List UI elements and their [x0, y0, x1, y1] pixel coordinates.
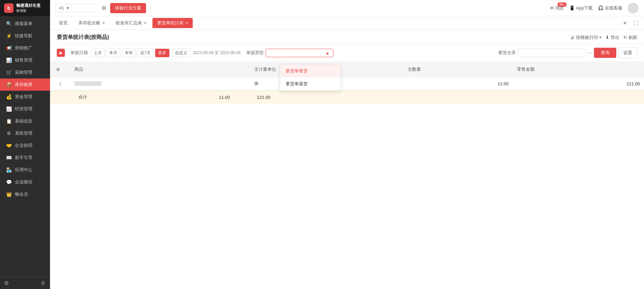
sidebar-item-label: 应用中心: [15, 167, 32, 173]
filter-query-btn[interactable]: 查询: [594, 48, 616, 58]
sidebar-item-label: 搜索菜单: [15, 21, 32, 27]
basic-icon: 📋: [5, 118, 12, 124]
sidebar-item-label: 经营管理: [15, 106, 32, 112]
tab-close-icon[interactable]: ×: [144, 21, 146, 25]
headset-icon: 🎧: [598, 5, 603, 10]
filter-warehouse-input[interactable]: [518, 49, 586, 57]
sidebar-item-basic[interactable]: 📋 基础信息: [0, 115, 50, 127]
tab-close-all-btn[interactable]: ✕: [621, 19, 629, 27]
export-btn[interactable]: ⬇ 导出: [605, 35, 619, 41]
row-quantity: 11.00: [404, 77, 512, 90]
filter-expand-btn[interactable]: ▶: [57, 49, 65, 57]
filter-date-label: 单据日期: [70, 50, 88, 56]
filter-type-label: 单据类型: [246, 50, 264, 56]
tab-home[interactable]: 首页: [54, 18, 72, 28]
product-name-cell: [74, 81, 246, 86]
filter-this-year-btn[interactable]: 本年: [122, 49, 136, 57]
filter-type-value: [269, 50, 271, 55]
quicknav-icon: ⚡: [5, 33, 12, 39]
tab-maximize-btn[interactable]: ⛶: [632, 19, 640, 27]
sidebar-item-collab[interactable]: 🤝 企业协同: [0, 139, 50, 152]
table-footer: 合计 11.00 121.00: [50, 90, 644, 104]
online-service-label: 在线客服: [605, 5, 622, 11]
sidebar-item-purchase[interactable]: 🛒 采购管理: [0, 66, 50, 79]
sidebar-item-label: 采购管理: [15, 69, 32, 75]
topbar-settings-icon[interactable]: ⚙: [101, 5, 106, 11]
user-avatar[interactable]: [628, 3, 639, 14]
print-label: 按模板打印: [576, 35, 598, 41]
tab-close-icon[interactable]: ×: [186, 21, 188, 25]
marketing-icon: 📢: [5, 45, 12, 51]
sidebar: b 畅捷通好生意 标准版 🔍 搜索菜单 ⚡ 快捷导航 📢 营销推广 📊 销售管理…: [0, 0, 50, 289]
messages-btn[interactable]: ✉ 消息 99+: [550, 5, 564, 11]
tab-order-stats[interactable]: 要货单统计表 ×: [152, 18, 193, 28]
refresh-btn[interactable]: ↻ 刷新: [623, 35, 637, 41]
filter-this-month-btn[interactable]: 本月: [106, 49, 120, 57]
sidebar-item-label: 营销推广: [15, 45, 32, 51]
refresh-label: 刷新: [628, 35, 637, 41]
tabs-actions: ✕ ⛶: [621, 19, 640, 27]
footer-label: 合计: [74, 94, 149, 100]
sidebar-nav: 🔍 搜索菜单 ⚡ 快捷导航 📢 营销推广 📊 销售管理 🛒 采购管理 📦 库存核…: [0, 16, 50, 277]
topbar-left: 41 ▾ ⚙ 体验行业方案: [55, 3, 146, 13]
filter-warehouse-label: 要货仓库: [498, 50, 516, 56]
settings-gear-icon[interactable]: ⚙: [4, 280, 9, 286]
sidebar-item-sales[interactable]: 📊 销售管理: [0, 54, 50, 66]
sidebar-item-ops[interactable]: 📈 经营管理: [0, 103, 50, 115]
filter-settings-btn[interactable]: 设置: [618, 47, 637, 58]
filter-type-select[interactable]: ▲: [266, 49, 333, 57]
sidebar-collapse-icon[interactable]: ⊪: [41, 280, 46, 286]
vip-icon: 👑: [5, 192, 12, 197]
print-icon: 🖨: [570, 35, 575, 40]
col-quantity: 主数量: [404, 62, 512, 77]
tab-inventory-batch[interactable]: 库存批次账 ×: [74, 18, 110, 28]
sidebar-item-search[interactable]: 🔍 搜索菜单: [0, 18, 50, 30]
message-icon: ✉: [550, 5, 554, 10]
sidebar-item-inventory[interactable]: 📦 库存核算: [0, 79, 50, 91]
tab-label: 收发存汇总表: [116, 20, 142, 26]
app-logo: b 畅捷通好生意 标准版: [0, 0, 50, 16]
filter-last-month-btn[interactable]: 上月: [91, 49, 105, 57]
filter-date-range: 2023-05-06 至 2023-06-06: [193, 50, 241, 56]
dropdown-item-order[interactable]: 要货单要货: [280, 65, 340, 77]
filter-7days-btn[interactable]: 近7天: [137, 49, 154, 57]
filter-more-dates-btn[interactable]: 更多: [155, 49, 169, 57]
tab-close-icon[interactable]: ×: [102, 21, 105, 25]
appstore-icon: 🏪: [5, 167, 12, 173]
app-download-btn[interactable]: 📱 App下载: [569, 5, 593, 11]
print-btn[interactable]: 🖨 按模板打印 ▾: [570, 35, 601, 41]
sidebar-item-system[interactable]: ⚙ 系统管理: [0, 127, 50, 139]
sidebar-item-marketing[interactable]: 📢 营销推广: [0, 42, 50, 54]
filter-date-group: 单据日期 上月 本月 本年 近7天 更多 自定义 2023-05-06 至 20…: [70, 49, 241, 57]
row-amount: 121.00: [513, 77, 644, 90]
topbar-right: ✉ 消息 99+ 📱 App下载 🎧 在线客服: [550, 3, 639, 14]
tabs-bar: 首页 库存批次账 × 收发存汇总表 × 要货单统计表 × ✕ ⛶: [50, 16, 644, 30]
sidebar-item-quicknav[interactable]: ⚡ 快捷导航: [0, 30, 50, 42]
sidebar-item-label: 资金管理: [15, 94, 32, 100]
store-selector[interactable]: 41 ▾: [55, 4, 96, 12]
table-container: ⚙ 商品 主计量单位 主数量 零售金额 1: [50, 62, 644, 90]
trial-button[interactable]: 体验行业方案: [110, 3, 146, 13]
tab-collect-send[interactable]: 收发存汇总表 ×: [111, 18, 151, 28]
sidebar-item-vip[interactable]: 👑 畅会员: [0, 188, 50, 200]
tab-home-label: 首页: [59, 20, 68, 26]
sidebar-item-finance[interactable]: 💰 资金管理: [0, 91, 50, 103]
logo-title: 畅捷通好生意: [16, 3, 41, 8]
dropdown-item-return[interactable]: 要货单退货: [280, 77, 340, 90]
search-icon: 🔍: [5, 21, 12, 26]
sidebar-bottom: ⚙ ⊪: [0, 277, 50, 289]
sidebar-item-label: 企业微信: [15, 179, 32, 185]
online-service-btn[interactable]: 🎧 在线客服: [598, 5, 622, 11]
sidebar-item-appstore[interactable]: 🏪 应用中心: [0, 164, 50, 176]
page-content: 要货单统计表(按商品) 🖨 按模板打印 ▾ ⬇ 导出 ↻ 刷新 ▶: [50, 30, 644, 289]
sidebar-item-guide[interactable]: 📖 新手引导: [0, 152, 50, 164]
sidebar-item-wechat[interactable]: 💬 企业微信: [0, 176, 50, 188]
footer-amount: 121.00: [237, 95, 270, 100]
sales-icon: 📊: [5, 58, 12, 63]
refresh-icon: ↻: [623, 35, 627, 40]
filter-more-options-icon[interactable]: ···: [588, 50, 592, 56]
table-settings-icon[interactable]: ⚙: [54, 65, 62, 73]
filter-bar: ▶ 单据日期 上月 本月 本年 近7天 更多 自定义 2023-05-06 至 …: [50, 44, 644, 62]
type-dropdown: 要货单要货 要货单退货: [280, 64, 341, 91]
filter-custom-btn[interactable]: 自定义: [172, 49, 190, 57]
